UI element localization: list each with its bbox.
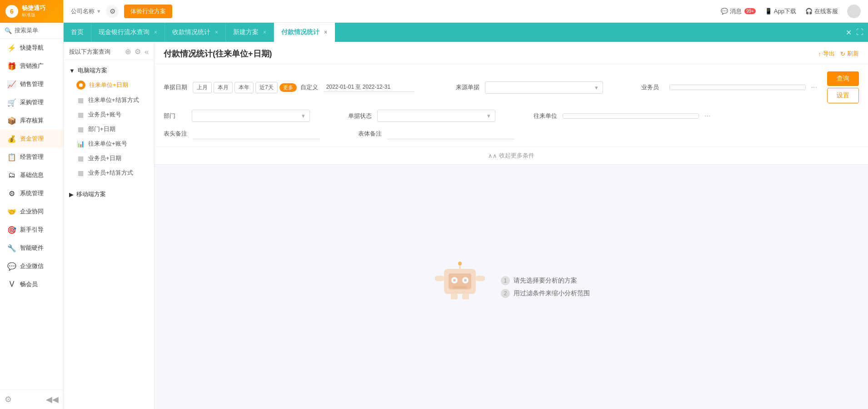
this-month-btn[interactable]: 本月 (214, 82, 233, 93)
purchase-icon: 🛒 (7, 98, 16, 107)
scheme-group-desktop: ▼ 电脑端方案 往来单位+日期 ▦ 往来单位+结算方式 ▦ 业务员+账号 (64, 60, 154, 184)
source-select[interactable]: ▾ (485, 81, 603, 94)
svg-point-5 (453, 279, 456, 282)
hardware-icon: 🔧 (7, 243, 16, 252)
query-button[interactable]: 查询 (827, 71, 859, 86)
custom-label: 自定义 (300, 83, 318, 91)
tab-payment-stat-close[interactable]: × (324, 29, 327, 35)
refresh-btn[interactable]: ↻ 刷新 (840, 50, 859, 58)
sidebar: 6 畅捷通巧 标准版 🔍 搜索菜单 ⚡ 快捷导航 🎁 营销推广 📈 销售管理 🛒… (0, 0, 64, 409)
nav-label: 经营管理 (20, 153, 44, 161)
sidebar-item-quick-nav[interactable]: ⚡ 快捷导航 (0, 39, 63, 57)
scheme-item-partner-account[interactable]: 📊 往来单位+账号 (64, 136, 154, 151)
sidebar-item-marketing[interactable]: 🎁 营销推广 (0, 57, 63, 75)
partner-select[interactable] (563, 113, 699, 119)
top-header: 公司名称 ▾ ⚙ 体验行业方案 💬 消息 99+ 📱 App下载 🎧 在线客服 (64, 0, 868, 23)
sidebar-item-finance[interactable]: 💰 资金管理 (0, 130, 63, 148)
tab-new-scheme-close[interactable]: × (263, 29, 266, 35)
nav-label: 企业微信 (20, 262, 44, 270)
this-year-btn[interactable]: 本年 (234, 82, 254, 93)
sidebar-item-basic[interactable]: 🗂 基础信息 (0, 166, 63, 184)
tab-receipt-stat[interactable]: 收款情况统计 × (165, 23, 226, 42)
salesman-select[interactable] (669, 85, 806, 90)
sidebar-item-guide[interactable]: 🎯 新手引导 (0, 221, 63, 239)
scheme-item-salesman-settle[interactable]: ▦ 业务员+结算方式 (64, 166, 154, 180)
header-note-input[interactable] (193, 128, 320, 139)
tab-bank-flow-close[interactable]: × (154, 29, 157, 35)
tab-receipt-stat-close[interactable]: × (215, 29, 218, 35)
top-filters: 付款情况统计(往来单位+日期) ↑ 导出 ↻ 刷新 (155, 42, 868, 165)
sidebar-item-purchase[interactable]: 🛒 采购管理 (0, 93, 63, 111)
scheme-item-label: 业务员+结算方式 (88, 169, 133, 177)
sidebar-item-system[interactable]: ⚙ 系统管理 (0, 184, 63, 202)
more-btn[interactable]: 更多 (279, 83, 297, 92)
sidebar-logo: 6 畅捷通巧 标准版 (0, 0, 63, 23)
header-settings-btn[interactable]: ⚙ (106, 5, 119, 18)
sidebar-search[interactable]: 🔍 搜索菜单 (0, 23, 63, 39)
nav-label: 系统管理 (20, 189, 44, 197)
tab-payment-stat[interactable]: 付款情况统计 × (274, 23, 335, 42)
tab-bank-flow[interactable]: 现金银行流水查询 × (91, 23, 165, 42)
settings-gear-icon[interactable]: ⚙ (5, 394, 12, 404)
filter-row-1: 单据日期 上月 本月 本年 近7天 更多 自定义 来源单据 (164, 71, 859, 103)
tab-home[interactable]: 首页 (64, 23, 91, 42)
message-btn[interactable]: 💬 消息 99+ (721, 7, 756, 15)
status-label: 单据状态 (348, 112, 372, 120)
scheme-item-dept-date[interactable]: ▦ 部门+日期 (64, 122, 154, 136)
group-label: 移动端方案 (76, 190, 106, 198)
system-icon: ⚙ (7, 189, 16, 198)
dept-select[interactable]: ▾ (192, 110, 310, 122)
sidebar-item-vip[interactable]: V 畅会员 (0, 275, 63, 293)
scheme-panel: 按以下方案查询 ⊕ ⚙ « ▼ 电脑端方案 往来单位+日期 (64, 42, 155, 409)
sidebar-item-hardware[interactable]: 🔧 智能硬件 (0, 239, 63, 257)
logo-icon: 6 (5, 5, 18, 18)
last-month-btn[interactable]: 上月 (193, 82, 212, 93)
tab-expand-btn[interactable]: ⛶ (856, 28, 863, 36)
body-note-input[interactable] (387, 128, 514, 139)
trial-button[interactable]: 体验行业方案 (124, 5, 172, 18)
scheme-group-mobile-title[interactable]: ▶ 移动端方案 (64, 187, 154, 201)
tab-home-label: 首页 (71, 28, 84, 36)
chevron-down-icon: ▾ (302, 112, 305, 119)
scheme-item-label: 部门+日期 (88, 125, 115, 133)
export-btn[interactable]: ↑ 导出 (818, 50, 835, 58)
scheme-item-salesman-date[interactable]: ▦ 业务员+日期 (64, 151, 154, 166)
chevron-down-icon: ▾ (487, 112, 490, 119)
operations-icon: 📋 (7, 152, 16, 162)
user-avatar[interactable] (847, 5, 861, 18)
sidebar-item-inventory[interactable]: 📦 库存核算 (0, 111, 63, 130)
last-7-btn[interactable]: 近7天 (255, 82, 278, 93)
scheme-item-partner-date[interactable]: 往来单位+日期 (64, 77, 154, 93)
scheme-item-partner-settle[interactable]: ▦ 往来单位+结算方式 (64, 93, 154, 107)
nav-label: 库存核算 (20, 116, 44, 125)
scheme-group-desktop-title[interactable]: ▼ 电脑端方案 (64, 64, 154, 77)
collapse-bar[interactable]: ∧∧ 收起更多条件 (155, 146, 868, 164)
setting-button[interactable]: 设置 (827, 88, 859, 103)
add-scheme-btn[interactable]: ⊕ (125, 47, 131, 56)
refresh-label: 刷新 (847, 50, 859, 58)
sidebar-item-sales[interactable]: 📈 销售管理 (0, 75, 63, 93)
table-icon: ▦ (76, 126, 85, 133)
page-title-bar: 付款情况统计(往来单位+日期) ↑ 导出 ↻ 刷新 (155, 42, 868, 64)
service-icon: 🎧 (805, 8, 813, 15)
tab-new-scheme[interactable]: 新建方案 × (226, 23, 274, 42)
sidebar-item-weixin[interactable]: 💬 企业微信 (0, 257, 63, 275)
dept-label: 部门 (164, 112, 186, 120)
salesman-dots[interactable]: ··· (811, 83, 817, 91)
collapse-sidebar-icon[interactable]: ◀◀ (46, 394, 59, 404)
app-download-btn[interactable]: 📱 App下载 (765, 7, 796, 15)
status-select[interactable]: ▾ (377, 110, 495, 122)
empty-tip-1: 1 请先选择要分析的方案 (501, 276, 590, 285)
online-service-btn[interactable]: 🎧 在线客服 (805, 7, 838, 15)
scheme-settings-btn[interactable]: ⚙ (135, 47, 141, 56)
company-selector[interactable]: 公司名称 ▾ (71, 7, 100, 15)
sidebar-item-enterprise[interactable]: 🤝 企业协同 (0, 202, 63, 221)
scheme-item-label: 往来单位+结算方式 (88, 96, 139, 104)
content-area: 按以下方案查询 ⊕ ⚙ « ▼ 电脑端方案 往来单位+日期 (64, 42, 868, 409)
sidebar-item-operations[interactable]: 📋 经营管理 (0, 148, 63, 166)
scheme-item-salesman-account[interactable]: ▦ 业务员+账号 (64, 107, 154, 122)
date-range-input[interactable] (324, 83, 414, 92)
tab-close-all-btn[interactable]: ✕ (846, 28, 852, 37)
scheme-collapse-btn[interactable]: « (145, 48, 149, 56)
partner-dots[interactable]: ··· (704, 112, 710, 120)
